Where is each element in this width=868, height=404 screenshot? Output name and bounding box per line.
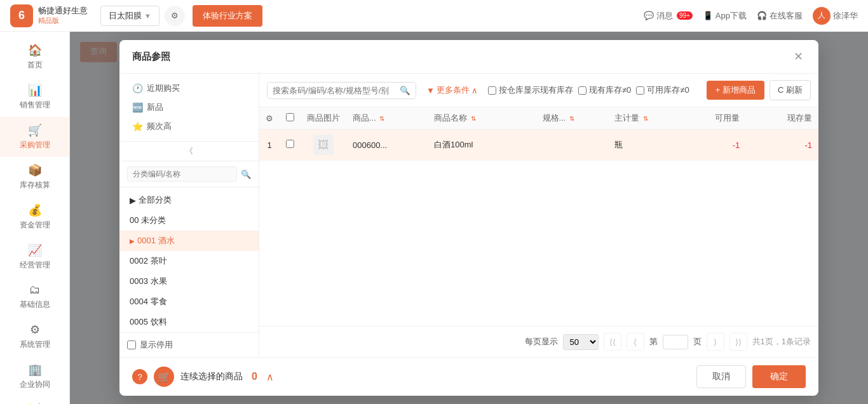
category-item-0002[interactable]: 0002 茶叶 xyxy=(119,251,259,271)
th-spec[interactable]: 规格... ⇅ xyxy=(536,107,609,130)
product-search-button[interactable]: 🔍 xyxy=(395,83,416,98)
row-available: -1 xyxy=(674,130,746,161)
online-service-item[interactable]: 🎧 在线客服 xyxy=(757,10,803,22)
row-checkbox[interactable] xyxy=(280,130,301,161)
quick-recent-label: 近期购买 xyxy=(147,83,180,94)
sidebar-item-operation[interactable]: 📈 经营管理 xyxy=(0,237,69,277)
online-service-label: 在线客服 xyxy=(770,10,803,22)
collapse-left-icon: 《 xyxy=(185,145,193,157)
category-item-0001[interactable]: ▶ 0001 酒水 xyxy=(119,231,259,251)
help-icon[interactable]: ? xyxy=(132,369,147,384)
category-search-icon[interactable]: 🔍 xyxy=(241,170,251,179)
table-row[interactable]: 1 🖼 000600... 白酒100ml xyxy=(259,130,818,161)
sidebar-item-enterprise[interactable]: 🏢 企业协同 xyxy=(0,356,69,396)
selected-label: 连续选择的商品 xyxy=(180,371,243,382)
category-search-input[interactable] xyxy=(127,166,237,182)
sidebar-item-home[interactable]: 🏠 首页 xyxy=(0,37,69,77)
prev-page-button[interactable]: ⟨ xyxy=(627,333,644,351)
system-icon: ⚙ xyxy=(30,323,40,337)
modal-close-button[interactable]: ✕ xyxy=(790,49,806,64)
product-search-input[interactable] xyxy=(268,83,395,98)
sidebar-item-purchase[interactable]: 🛒 采购管理 xyxy=(0,117,69,157)
product-table: ⚙ 商品图片 商品... xyxy=(259,107,818,161)
first-page-button[interactable]: ⟨⟨ xyxy=(604,333,621,351)
purchase-icon: 🛒 xyxy=(28,123,42,137)
row-name: 白酒100ml xyxy=(428,130,536,161)
cat-label-0001: 0001 酒水 xyxy=(137,235,175,246)
quick-frequent[interactable]: ⭐ 频次高 xyxy=(127,117,251,136)
th-settings[interactable]: ⚙ xyxy=(259,107,280,130)
settings-icon[interactable]: ⚙ xyxy=(165,6,185,26)
add-product-button[interactable]: + 新增商品 xyxy=(707,81,764,100)
last-page-button[interactable]: ⟩⟩ xyxy=(729,333,747,351)
sidebar-item-system[interactable]: ⚙ 系统管理 xyxy=(0,316,69,356)
logo-icon: 6 xyxy=(10,4,33,27)
quick-new-label: 新品 xyxy=(147,102,163,113)
th-unit[interactable]: 主计量 ⇅ xyxy=(608,107,674,130)
next-page-button[interactable]: ⟩ xyxy=(707,333,724,351)
show-disabled-label: 显示停用 xyxy=(140,339,173,351)
select-all-checkbox[interactable] xyxy=(286,113,294,121)
messages-item[interactable]: 💬 消息 99+ xyxy=(644,10,693,22)
row-select-checkbox[interactable] xyxy=(286,140,294,148)
quick-new[interactable]: 🆕 新品 xyxy=(127,98,251,117)
confirm-button[interactable]: 确定 xyxy=(752,365,806,388)
more-filter-button[interactable]: ▼ 更多条件 ∧ xyxy=(421,82,483,98)
avail-ne0-filter[interactable]: 可用库存≠0 xyxy=(636,84,689,96)
more-filter-label: 更多条件 xyxy=(437,84,470,96)
modal-right-panel: 🔍 ▼ 更多条件 ∧ 按仓库显示现有库存 xyxy=(259,74,818,357)
cart-icon[interactable]: 🛒 xyxy=(154,367,174,387)
logo-sub: 精品版 xyxy=(38,16,88,25)
category-item-0004[interactable]: 0004 零食 xyxy=(119,292,259,312)
sort-spec-icon: ⇅ xyxy=(569,115,574,122)
quick-recent[interactable]: 🕐 近期购买 xyxy=(127,79,251,98)
cat-label-all: 全部分类 xyxy=(139,194,172,206)
page-size-select[interactable]: 20 50 100 xyxy=(563,334,599,350)
show-disabled-checkbox[interactable] xyxy=(127,340,136,349)
user-item[interactable]: 人 徐泽华 xyxy=(813,7,858,25)
modal-dialog: 商品参照 ✕ 🕐 近期购买 🆕 xyxy=(119,40,818,396)
sidebar-item-finance[interactable]: 💰 资金管理 xyxy=(0,197,69,237)
warehouse-checkbox[interactable] xyxy=(488,86,496,95)
refresh-button[interactable]: C 刷新 xyxy=(770,80,811,100)
cancel-button[interactable]: 取消 xyxy=(696,365,746,388)
page-number-input[interactable]: 1 xyxy=(663,335,688,349)
sidebar-item-base[interactable]: 🗂 基础信息 xyxy=(0,277,69,316)
sidebar-item-guide[interactable]: 🔰 新手引导 xyxy=(0,396,69,404)
cat-label-0005: 0005 饮料 xyxy=(130,316,167,328)
category-item-0003[interactable]: 0003 水果 xyxy=(119,271,259,292)
row-code: 000600... xyxy=(346,130,428,161)
modal-body: 🕐 近期购买 🆕 新品 ⭐ 频次高 xyxy=(119,74,818,357)
footer-right: 取消 确定 xyxy=(696,365,806,388)
store-selector[interactable]: 日太阳膜 ▼ xyxy=(100,6,159,26)
avail-ne0-checkbox[interactable] xyxy=(636,86,644,95)
sidebar-item-sales[interactable]: 📊 销售管理 xyxy=(0,77,69,117)
sidebar-item-inventory[interactable]: 📦 库存核算 xyxy=(0,157,69,197)
message-icon: 💬 xyxy=(644,11,654,20)
inventory-icon: 📦 xyxy=(28,163,42,177)
collapse-panel-button[interactable]: 《 xyxy=(119,142,259,161)
warehouse-filter[interactable]: 按仓库显示现有库存 xyxy=(488,84,573,96)
modal-header: 商品参照 ✕ xyxy=(119,40,818,74)
footer-left: ? 🛒 连续选择的商品 0 ∧ xyxy=(132,367,274,387)
modal-title: 商品参照 xyxy=(132,51,170,63)
app-download-item[interactable]: 📱 App下载 xyxy=(703,10,747,22)
stock-ne0-checkbox[interactable] xyxy=(578,86,587,95)
th-code[interactable]: 商品... ⇅ xyxy=(346,107,428,130)
stock-ne0-filter[interactable]: 现有库存≠0 xyxy=(578,84,631,96)
category-item-all[interactable]: ▶ 全部分类 xyxy=(119,190,259,210)
page-size-label: 每页显示 xyxy=(525,336,558,347)
warehouse-filter-label: 按仓库显示现有库存 xyxy=(499,84,573,96)
th-name[interactable]: 商品名称 ⇅ xyxy=(428,107,536,130)
row-unit: 瓶 xyxy=(608,130,674,161)
sales-icon: 📊 xyxy=(28,83,42,97)
topbar: 6 畅捷通好生意 精品版 日太阳膜 ▼ ⚙ 体验行业方案 💬 消息 99+ 📱 … xyxy=(0,0,868,32)
stock-ne0-label: 现有库存≠0 xyxy=(589,84,631,96)
selected-count: 0 xyxy=(252,371,257,382)
footer-collapse-icon[interactable]: ∧ xyxy=(266,371,274,383)
experience-button[interactable]: 体验行业方案 xyxy=(193,5,262,27)
row-no: 1 xyxy=(259,130,280,161)
category-search-bar: 🔍 xyxy=(119,161,259,187)
category-item-00[interactable]: 00 未分类 xyxy=(119,210,259,231)
category-item-0005[interactable]: 0005 饮料 xyxy=(119,312,259,332)
